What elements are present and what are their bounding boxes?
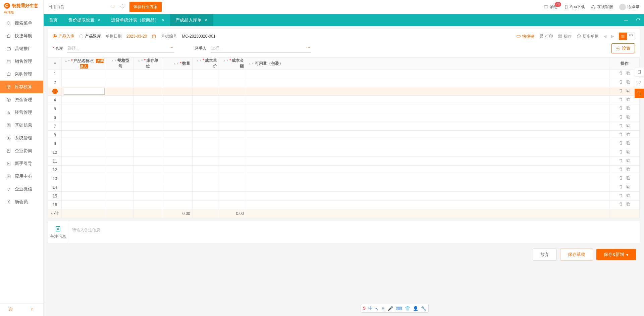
save-new-button[interactable]: 保存&新增 ▾: [596, 249, 636, 260]
tab-3[interactable]: 产成品入库单✕: [170, 14, 213, 26]
sidebar-item-1[interactable]: 快捷导航: [0, 30, 43, 42]
close-icon[interactable]: ✕: [162, 18, 165, 22]
delete-icon[interactable]: [619, 185, 623, 190]
col-qty[interactable]: ▲▼*数量: [162, 58, 193, 70]
delete-icon[interactable]: [619, 81, 623, 85]
sidebar-item-0[interactable]: 搜索菜单: [0, 17, 43, 30]
radio-product-in[interactable]: 产品入库: [53, 34, 74, 39]
col-spec[interactable]: ▲▼规格型号: [107, 58, 134, 70]
view-card-icon[interactable]: [627, 33, 635, 40]
delete-icon[interactable]: [619, 98, 623, 103]
rail-link-icon[interactable]: [635, 78, 644, 87]
table-row[interactable]: 2: [48, 78, 640, 87]
history-link[interactable]: 历史单据: [577, 34, 599, 39]
delete-icon[interactable]: [619, 107, 623, 111]
table-row[interactable]: 8: [48, 131, 640, 139]
copy-icon[interactable]: [626, 89, 631, 94]
save-draft-button[interactable]: 保存草稿: [560, 249, 593, 261]
table-row[interactable]: 16: [48, 200, 640, 209]
sidebar-item-5[interactable]: 库存核算: [0, 81, 43, 93]
settings-icon[interactable]: [0, 304, 22, 316]
calendar-icon[interactable]: [152, 34, 156, 39]
online-service-link[interactable]: 在线客服: [591, 4, 613, 10]
sidebar-item-4[interactable]: 采购管理: [0, 68, 43, 81]
experience-button[interactable]: 体验行业方案: [129, 2, 162, 12]
print-link[interactable]: 打印: [539, 34, 553, 39]
table-row[interactable]: 15: [48, 192, 640, 200]
gear-icon[interactable]: [120, 4, 125, 10]
table-row[interactable]: 9: [48, 139, 640, 148]
delete-icon[interactable]: [619, 203, 623, 208]
copy-icon[interactable]: [626, 142, 631, 146]
tab-0[interactable]: 首页: [44, 14, 63, 26]
col-name[interactable]: ▲▼*产品名称? 扫码录入: [62, 58, 107, 70]
tab-1[interactable]: 售价提取设置✕: [63, 14, 106, 26]
sidebar-item-11[interactable]: 新手引导: [0, 157, 43, 170]
store-select[interactable]: 日用百货: [48, 4, 115, 10]
col-amount[interactable]: ▲▼*成本金额: [219, 58, 246, 70]
sidebar-item-10[interactable]: 企业协同: [0, 144, 43, 157]
sidebar-item-2[interactable]: 营销推广: [0, 42, 43, 55]
copy-icon[interactable]: [626, 124, 631, 129]
delete-icon[interactable]: [619, 89, 623, 94]
handler-input[interactable]: 选择... ⋯: [211, 44, 311, 53]
copy-icon[interactable]: [626, 116, 631, 120]
collapse-icon[interactable]: [22, 304, 44, 316]
col-unit[interactable]: ▲▼*库存单位: [134, 58, 162, 70]
shortcut-link[interactable]: 快捷键: [516, 34, 534, 39]
table-row[interactable]: +: [48, 87, 640, 96]
col-price[interactable]: ▲▼*成本单价: [193, 58, 219, 70]
sidebar-item-8[interactable]: 基础信息: [0, 119, 43, 132]
settings-button[interactable]: 设置: [611, 43, 635, 53]
copy-icon[interactable]: [626, 72, 631, 77]
sidebar-item-13[interactable]: 企业微信: [0, 183, 43, 195]
tab-2[interactable]: 进货单统计表（按商品）✕: [106, 14, 170, 26]
radio-product-out[interactable]: 产品退库: [79, 34, 101, 39]
messages-link[interactable]: 消息 70: [544, 4, 558, 10]
table-row[interactable]: 5: [48, 104, 640, 113]
copy-icon[interactable]: [626, 81, 631, 85]
delete-icon[interactable]: [619, 133, 623, 138]
warehouse-input[interactable]: 选择... ⋯: [67, 44, 174, 53]
copy-icon[interactable]: [626, 203, 631, 208]
copy-icon[interactable]: [626, 194, 631, 199]
copy-icon[interactable]: [626, 107, 631, 111]
view-list-icon[interactable]: [619, 33, 627, 40]
table-row[interactable]: 7: [48, 122, 640, 131]
date-value[interactable]: 2023-03-20: [126, 34, 147, 39]
sidebar-item-9[interactable]: 系统管理: [0, 132, 43, 144]
col-avail[interactable]: ▲▼可用量（包装）: [246, 58, 609, 70]
product-name-input[interactable]: [64, 88, 105, 95]
copy-icon[interactable]: [626, 133, 631, 138]
delete-icon[interactable]: [619, 159, 623, 164]
tabs-refresh-icon[interactable]: [632, 14, 644, 26]
sidebar-item-6[interactable]: 资金管理: [0, 93, 43, 106]
sidebar-item-12[interactable]: 应用中心: [0, 170, 43, 183]
ime-bar[interactable]: S 中 •, ☺ 🎤 ⌨ 👕 👤 🔧: [361, 304, 429, 313]
rail-expand-icon[interactable]: [635, 89, 644, 98]
delete-icon[interactable]: [619, 168, 623, 173]
sidebar-item-14[interactable]: 畅会员: [0, 195, 43, 208]
col-settings[interactable]: [48, 58, 62, 70]
copy-icon[interactable]: [626, 150, 631, 155]
copy-icon[interactable]: [626, 159, 631, 164]
add-row-icon[interactable]: +: [52, 89, 58, 94]
discard-button[interactable]: 放弃: [533, 249, 557, 261]
copy-icon[interactable]: [626, 168, 631, 173]
delete-icon[interactable]: [619, 116, 623, 120]
copy-icon[interactable]: [626, 185, 631, 190]
table-scroll[interactable]: ▲▼*产品名称? 扫码录入 ▲▼规格型号 ▲▼*库存单位 ▲▼*数量 ▲▼*成本…: [48, 57, 640, 218]
delete-icon[interactable]: [619, 72, 623, 77]
table-row[interactable]: 4: [48, 96, 640, 104]
rail-doc-icon[interactable]: [635, 67, 644, 77]
help-icon[interactable]: ?: [90, 59, 94, 63]
table-row[interactable]: 14: [48, 183, 640, 192]
next-icon[interactable]: ▶: [611, 34, 614, 39]
tabs-minimize-icon[interactable]: —: [620, 14, 632, 26]
app-download-link[interactable]: App下载: [564, 4, 585, 10]
remarks-input[interactable]: [68, 221, 640, 243]
prev-icon[interactable]: ◀: [603, 34, 606, 39]
table-row[interactable]: 10: [48, 148, 640, 157]
operate-link[interactable]: 操作: [558, 34, 572, 39]
close-icon[interactable]: ✕: [97, 18, 100, 22]
